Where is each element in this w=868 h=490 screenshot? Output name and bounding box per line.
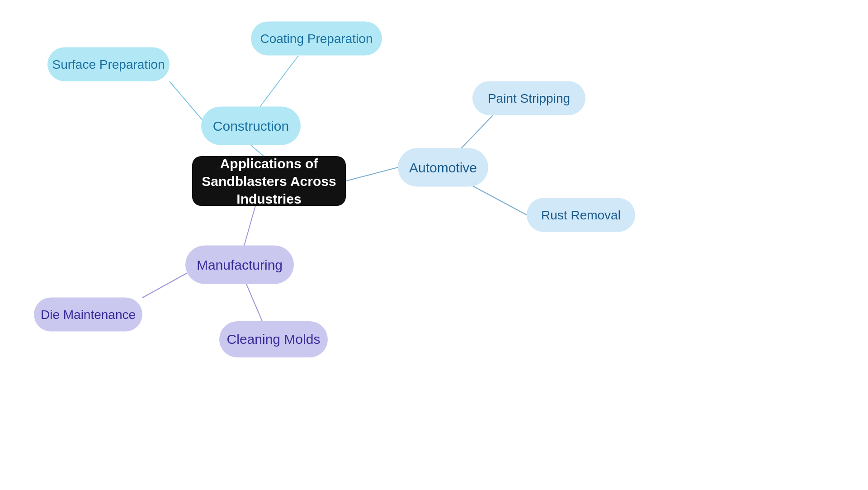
manufacturing-node[interactable]: Manufacturing	[185, 246, 294, 284]
svg-line-6	[244, 206, 255, 246]
paint-stripping-node[interactable]: Paint Stripping	[472, 81, 585, 115]
svg-line-7	[142, 271, 190, 298]
svg-line-8	[246, 284, 262, 321]
cleaning-molds-node[interactable]: Cleaning Molds	[219, 321, 328, 357]
coating-preparation-node[interactable]: Coating Preparation	[251, 22, 382, 56]
svg-line-4	[461, 115, 493, 148]
mind-map-diagram: Applications of Sandblasters Across Indu…	[0, 0, 868, 490]
svg-line-1	[170, 81, 203, 121]
die-maintenance-node[interactable]: Die Maintenance	[34, 298, 142, 332]
center-node[interactable]: Applications of Sandblasters Across Indu…	[192, 156, 346, 206]
svg-line-2	[260, 56, 298, 107]
construction-node[interactable]: Construction	[201, 107, 301, 145]
svg-line-3	[346, 167, 398, 181]
surface-preparation-node[interactable]: Surface Preparation	[47, 48, 170, 81]
rust-removal-node[interactable]: Rust Removal	[527, 198, 635, 232]
automotive-node[interactable]: Automotive	[398, 148, 488, 187]
